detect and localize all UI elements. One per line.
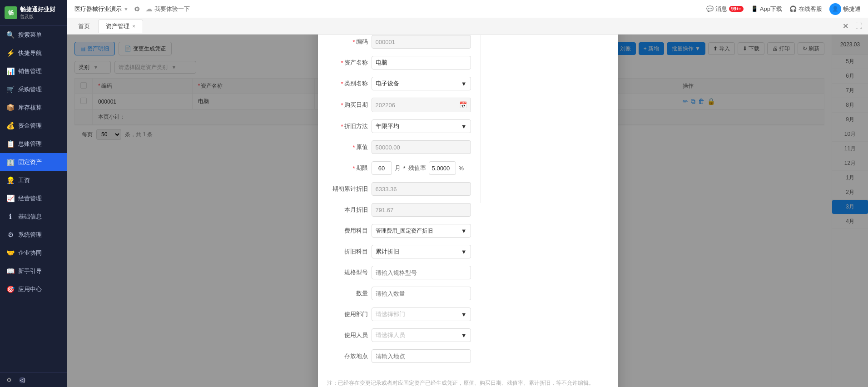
online-service-btn[interactable]: 🎧 在线客服 bbox=[789, 5, 822, 13]
user-select[interactable]: 请选择人员 ▼ bbox=[372, 328, 471, 342]
service-icon: 🎧 bbox=[789, 5, 797, 12]
avatar: 👤 bbox=[829, 3, 841, 15]
sidebar-icon-2: 📊 bbox=[6, 67, 15, 75]
sidebar-icon-6: 📋 bbox=[6, 140, 15, 148]
topbar: 医疗器械行业演示 ▼ ⚙ ☁ 我要体验一下 💬 消息 99++ 📱 App下载 bbox=[67, 0, 868, 18]
sidebar-bottom: ⚙ ◁ bbox=[0, 372, 67, 387]
tab-asset-label: 资产管理 bbox=[106, 22, 129, 30]
feedback-label: 我要体验一下 bbox=[154, 5, 190, 13]
sidebar-label-7: 固定资产 bbox=[18, 158, 42, 166]
user-label: 使用人员 bbox=[332, 331, 368, 339]
sidebar-collapse-btn[interactable]: ◁ bbox=[19, 377, 25, 383]
tab-asset-close-icon[interactable]: × bbox=[132, 23, 135, 30]
dep-account-icon: ▼ bbox=[461, 248, 467, 255]
online-service-label: 在线客服 bbox=[799, 5, 822, 13]
sidebar-item-总账管理[interactable]: 📋 总账管理 bbox=[0, 135, 67, 153]
form-row-method: *折旧方法 年限平均 ▼ bbox=[332, 119, 471, 133]
sidebar-item-固定资产[interactable]: 🏢 固定资产 bbox=[0, 153, 67, 171]
form-row-user: 使用人员 请选择人员 ▼ bbox=[332, 328, 471, 342]
tab-home[interactable]: 首页 bbox=[71, 20, 97, 33]
sidebar-nav: 🔍 搜索菜单 ⚡ 快捷导航 📊 销售管理 🛒 采购管理 📦 库存核算 💰 资金管… bbox=[0, 26, 67, 372]
sidebar-icon-14: 🎯 bbox=[6, 285, 15, 293]
sidebar-label-14: 应用中心 bbox=[18, 285, 42, 293]
form-col-left: *编码 *资产名称 bbox=[327, 35, 476, 203]
sidebar-item-经营管理[interactable]: 📈 经营管理 bbox=[0, 189, 67, 208]
sidebar-item-快捷导航[interactable]: ⚡ 快捷导航 bbox=[0, 44, 67, 62]
location-input[interactable] bbox=[372, 349, 471, 363]
sidebar-item-应用中心[interactable]: 🎯 应用中心 bbox=[0, 280, 67, 298]
app-download-btn[interactable]: 📱 App下载 bbox=[751, 5, 782, 13]
tab-right-buttons: ✕ ⛶ bbox=[840, 21, 864, 32]
spec-label: 规格型号 bbox=[332, 268, 368, 277]
message-label: 消息 bbox=[715, 5, 727, 13]
modal-overlay: 编辑固定资产 × *编码 bbox=[67, 35, 868, 387]
location-label: 存放地点 bbox=[332, 352, 368, 360]
user-avatar-btn[interactable]: 👤 畅捷通 bbox=[829, 3, 861, 15]
modal-body: *编码 *资产名称 bbox=[318, 35, 618, 379]
form-row-purchase-date: *购买日期 📅 bbox=[332, 98, 471, 112]
spec-input[interactable] bbox=[372, 266, 471, 279]
sidebar-label-12: 企业协同 bbox=[18, 249, 42, 257]
sidebar-item-工资[interactable]: 👷 工资 bbox=[0, 171, 67, 189]
calendar-icon: 📅 bbox=[456, 98, 471, 112]
edit-asset-modal: 编辑固定资产 × *编码 bbox=[318, 35, 618, 387]
initial-accumulated-input[interactable] bbox=[372, 182, 471, 196]
period-group: 月 * 残值率 % bbox=[372, 161, 471, 175]
sidebar-icon-9: 📈 bbox=[6, 194, 15, 203]
asset-name-input[interactable] bbox=[372, 56, 471, 69]
sidebar-item-搜索菜单[interactable]: 🔍 搜索菜单 bbox=[0, 26, 67, 44]
sidebar-label-11: 系统管理 bbox=[18, 231, 42, 239]
sidebar-item-系统管理[interactable]: ⚙ 系统管理 bbox=[0, 226, 67, 244]
expense-account-icon: ▼ bbox=[461, 228, 467, 234]
message-btn[interactable]: 💬 消息 99++ bbox=[706, 5, 744, 13]
sidebar-label-13: 新手引导 bbox=[18, 267, 42, 275]
expense-account-select[interactable]: 管理费用_固定资产折旧 ▼ bbox=[372, 224, 471, 238]
sidebar-icon-5: 💰 bbox=[6, 122, 15, 130]
sidebar-icon-4: 📦 bbox=[6, 104, 15, 112]
category-select[interactable]: 电子设备 ▼ bbox=[372, 77, 471, 90]
code-input[interactable] bbox=[372, 35, 471, 49]
department-icon: ▼ bbox=[461, 311, 467, 318]
residual-rate-label: 残值率 bbox=[408, 164, 426, 172]
tab-asset-management[interactable]: 资产管理 × bbox=[98, 20, 143, 33]
sidebar-item-销售管理[interactable]: 📊 销售管理 bbox=[0, 62, 67, 80]
form-row-spec: 规格型号 bbox=[332, 266, 471, 279]
industry-dropdown-icon: ▼ bbox=[124, 6, 129, 12]
sidebar-item-采购管理[interactable]: 🛒 采购管理 bbox=[0, 80, 67, 99]
department-placeholder: 请选择部门 bbox=[376, 310, 405, 318]
expense-account-label: 费用科目 bbox=[332, 227, 368, 235]
quantity-input[interactable] bbox=[372, 287, 471, 300]
sidebar-item-库存核算[interactable]: 📦 库存核算 bbox=[0, 99, 67, 117]
method-value: 年限平均 bbox=[376, 122, 399, 130]
sidebar-item-企业协同[interactable]: 🤝 企业协同 bbox=[0, 244, 67, 262]
topbar-industry[interactable]: 医疗器械行业演示 ▼ bbox=[74, 5, 129, 13]
settings-bottom-icon[interactable]: ⚙ bbox=[6, 377, 12, 383]
period-input[interactable] bbox=[372, 161, 392, 175]
original-value-label: *原值 bbox=[332, 143, 368, 151]
form-row-location: 存放地点 bbox=[332, 349, 471, 363]
topbar-right: 💬 消息 99++ 📱 App下载 🎧 在线客服 👤 畅捷通 bbox=[706, 3, 861, 15]
initial-accumulated-label: 期初累计折旧 bbox=[332, 185, 368, 193]
department-select[interactable]: 请选择部门 ▼ bbox=[372, 308, 471, 321]
method-select[interactable]: 年限平均 ▼ bbox=[372, 119, 471, 133]
dep-account-select[interactable]: 累计折旧 ▼ bbox=[372, 245, 471, 258]
original-value-input[interactable] bbox=[372, 140, 471, 154]
residual-rate-req: * bbox=[403, 165, 406, 172]
sidebar-label-6: 总账管理 bbox=[18, 140, 42, 148]
sidebar-icon-0: 🔍 bbox=[6, 31, 15, 39]
app-edition: 普及版 bbox=[20, 14, 55, 20]
purchase-date-input[interactable] bbox=[372, 98, 456, 112]
sidebar-item-资金管理[interactable]: 💰 资金管理 bbox=[0, 117, 67, 135]
residual-rate-input[interactable] bbox=[429, 161, 456, 175]
tab-window-close-btn[interactable]: ✕ bbox=[840, 21, 851, 32]
sidebar-label-0: 搜索菜单 bbox=[18, 31, 42, 39]
sidebar-item-基础信息[interactable]: ℹ 基础信息 bbox=[0, 208, 67, 226]
sidebar-item-新手引导[interactable]: 📖 新手引导 bbox=[0, 262, 67, 280]
topbar-settings-icon[interactable]: ⚙ bbox=[134, 5, 140, 13]
form-row-initial-accumulated: 期初累计折旧 bbox=[332, 182, 471, 196]
modal-note: 注：已经存在变更记录或者对应固定资产已经生成凭证，原值、购买日期、残值率、累计折… bbox=[318, 379, 618, 387]
user-placeholder: 请选择人员 bbox=[376, 331, 405, 339]
purchase-date-input-wrap[interactable]: 📅 bbox=[372, 98, 471, 112]
topbar-feedback[interactable]: ☁ 我要体验一下 bbox=[145, 5, 190, 13]
tab-expand-btn[interactable]: ⛶ bbox=[853, 21, 864, 32]
